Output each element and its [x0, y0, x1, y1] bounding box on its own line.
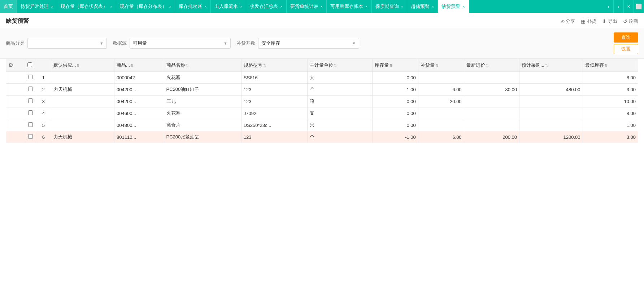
replenish-basis-filter-group: 补货基数 安全库存 ▼: [236, 38, 359, 49]
row-minstock-1: 3.00: [583, 84, 638, 96]
nav-tab-home[interactable]: 首页: [0, 0, 17, 13]
row-checkbox-1[interactable]: [28, 87, 33, 91]
row-stock-2: 0.00: [373, 96, 418, 107]
row-stock-4: 0.00: [373, 119, 418, 131]
nav-tab-expiry[interactable]: 保质期查询 ×: [372, 0, 407, 13]
row-stock-5: -1.00: [373, 131, 418, 143]
export-button[interactable]: ⬇ 导出: [602, 18, 617, 25]
row-minstock-5: 3.00: [583, 131, 638, 143]
col-header-est-purchase: 预计采购... ⇅: [519, 59, 583, 72]
row-num-4: 5: [36, 119, 51, 131]
sort-stock-icon[interactable]: ⇅: [390, 63, 392, 67]
datasource-label: 数据源: [113, 40, 127, 47]
nav-tab-summary[interactable]: 收发存汇总表 ×: [246, 0, 286, 13]
row-spec-0: SS816: [241, 72, 307, 84]
refresh-button[interactable]: ↺ 刷新: [623, 18, 638, 25]
nav-tab-inventory-status[interactable]: 现存量（库存状况表） ×: [57, 0, 116, 13]
query-button[interactable]: 查询: [614, 32, 638, 43]
row-spec-3: J7092: [241, 107, 307, 119]
sort-price-icon[interactable]: ⇅: [486, 63, 489, 67]
sort-code-icon[interactable]: ⇅: [131, 63, 134, 67]
row-checkbox-2[interactable]: [28, 98, 33, 103]
nav-arrows: ‹ › × ⬜: [604, 0, 644, 13]
nav-tab-available[interactable]: 可用量库存账本 ×: [327, 0, 371, 13]
row-checkbox-cell: [25, 84, 36, 96]
row-unit-4: 只: [308, 119, 373, 131]
row-checkbox-5[interactable]: [28, 134, 33, 139]
replenish-basis-chevron-icon: ▼: [352, 41, 356, 45]
nav-close-all[interactable]: ×: [624, 0, 634, 13]
row-checkbox-cell: [25, 107, 36, 119]
close-tab-inv-dist[interactable]: ×: [169, 4, 171, 9]
close-tab-flow[interactable]: ×: [240, 4, 242, 9]
nav-prev-arrow[interactable]: ‹: [604, 0, 614, 13]
nav-tab-picking[interactable]: 拣货异常处理 ×: [17, 0, 57, 13]
row-name-3: 火花塞: [164, 107, 241, 119]
sort-est-icon[interactable]: ⇅: [545, 63, 548, 67]
row-replenish-0: [418, 72, 464, 84]
row-supplier-5: 力天机械: [51, 131, 114, 143]
row-spec-1: 123: [241, 84, 307, 96]
table-settings-icon[interactable]: ⚙: [8, 62, 13, 68]
row-est-1: 480.00: [519, 84, 583, 96]
nav-tab-overstock[interactable]: 超储预警 ×: [407, 0, 438, 13]
close-tab-expiry[interactable]: ×: [401, 4, 403, 9]
row-checkbox-3[interactable]: [28, 110, 33, 115]
nav-tab-inventory-dist[interactable]: 现存量（库存分布表） ×: [116, 0, 175, 13]
row-supplier-1: 力天机械: [51, 84, 114, 96]
close-tab-picking[interactable]: ×: [51, 4, 53, 9]
datasource-select[interactable]: 可用量 ▼: [130, 38, 231, 49]
sort-min-icon[interactable]: ⇅: [605, 63, 608, 67]
table-body: 1 0000042 火花塞 SS816 支 0.00 8.00 2 力天机械 0…: [6, 72, 638, 143]
category-select[interactable]: ▼: [27, 38, 107, 49]
sort-supplier-icon[interactable]: ⇅: [77, 63, 79, 67]
nav-next-arrow[interactable]: ›: [614, 0, 624, 13]
row-num-3: 4: [36, 107, 51, 119]
sort-spec-icon[interactable]: ⇅: [263, 63, 266, 67]
close-tab-req[interactable]: ×: [321, 4, 323, 9]
row-est-3: [519, 107, 583, 119]
nav-tab-flow[interactable]: 出入库流水 ×: [211, 0, 246, 13]
row-code-2: 004200...: [114, 96, 164, 107]
row-checkbox-cell: [25, 72, 36, 84]
row-unit-3: 支: [308, 107, 373, 119]
row-num-1: 2: [36, 84, 51, 96]
main-content: 缺货预警 ⎋ 分享 ▦ 补货 ⬇ 导出 ↺ 刷新 商品分类: [0, 13, 644, 287]
settings-button[interactable]: 设置: [614, 44, 638, 54]
nav-tab-requisition[interactable]: 要货单统计表 ×: [287, 0, 327, 13]
replenish-button[interactable]: ▦ 补货: [581, 18, 596, 25]
sort-unit-icon[interactable]: ⇅: [334, 63, 337, 67]
row-price-3: [464, 107, 519, 119]
nav-restore[interactable]: ⬜: [634, 0, 644, 13]
nav-tab-batch[interactable]: 库存批次账 ×: [175, 0, 210, 13]
share-button[interactable]: ⎋ 分享: [561, 18, 575, 25]
select-all-checkbox[interactable]: [27, 62, 32, 67]
table-row: 2 力天机械 004200... PC200油缸缸子 123 个 -1.00 6…: [6, 84, 638, 96]
row-checkbox-0[interactable]: [28, 75, 33, 79]
row-num-5: 6: [36, 131, 51, 143]
header-actions: ⎋ 分享 ▦ 补货 ⬇ 导出 ↺ 刷新: [561, 18, 638, 25]
close-tab-overstock[interactable]: ×: [432, 4, 434, 9]
replenish-icon: ▦: [581, 18, 586, 24]
replenish-basis-select[interactable]: 安全库存 ▼: [258, 38, 359, 49]
close-tab-avail[interactable]: ×: [365, 4, 367, 9]
close-tab-batch[interactable]: ×: [204, 4, 206, 9]
nav-tab-shortage[interactable]: 缺货预警 ×: [438, 0, 469, 13]
row-settings-cell: [6, 84, 25, 96]
datasource-chevron-icon: ▼: [223, 41, 227, 45]
row-minstock-3: 8.00: [583, 107, 638, 119]
row-stock-0: 0.00: [373, 72, 418, 84]
row-minstock-4: 1.00: [583, 119, 638, 131]
col-header-unit: 主计量单位 ⇅: [308, 59, 373, 72]
close-tab-shortage[interactable]: ×: [462, 4, 465, 9]
col-header-checkbox: [25, 59, 36, 72]
close-tab-inv-status[interactable]: ×: [110, 4, 112, 9]
table-row: 5 004800... 离合片 DS250*23c... 只 0.00 1.00: [6, 119, 638, 131]
page-title: 缺货预警: [6, 17, 29, 25]
sort-replenish-icon[interactable]: ⇅: [435, 63, 438, 67]
row-checkbox-4[interactable]: [28, 122, 33, 127]
close-tab-summary[interactable]: ×: [280, 4, 282, 9]
row-name-0: 火花塞: [164, 72, 241, 84]
sort-name-icon[interactable]: ⇅: [186, 63, 189, 67]
row-checkbox-cell: [25, 131, 36, 143]
